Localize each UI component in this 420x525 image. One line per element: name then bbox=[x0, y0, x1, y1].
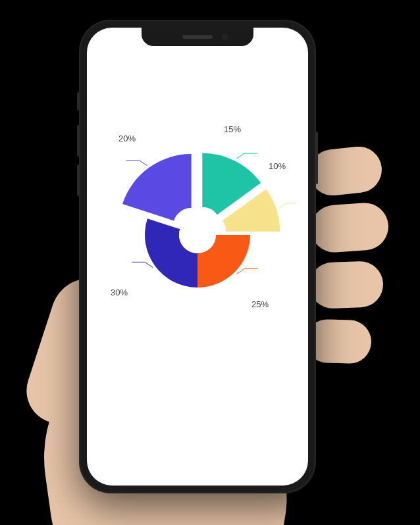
phone-frame: 15% 10% 25% 30% 20% bbox=[79, 20, 316, 493]
pie-slice-label: 15% bbox=[224, 124, 241, 134]
pie-donut-hole bbox=[179, 216, 216, 253]
pie-slice-label: 20% bbox=[118, 134, 136, 143]
phone-volume-up-button bbox=[77, 125, 80, 157]
pie-chart-svg bbox=[99, 130, 296, 327]
phone-notch bbox=[142, 28, 253, 46]
pie-slice bbox=[122, 154, 192, 220]
phone-silence-switch bbox=[77, 92, 80, 111]
pie-slice-label: 25% bbox=[251, 299, 269, 309]
phone-front-camera bbox=[222, 34, 228, 40]
pie-slice-label: 10% bbox=[269, 161, 286, 171]
pie-chart: 15% 10% 25% 30% 20% bbox=[99, 130, 296, 327]
phone-speaker bbox=[182, 35, 213, 39]
phone-volume-down-button bbox=[77, 164, 80, 196]
pie-slice-label: 30% bbox=[111, 288, 128, 297]
phone-power-button bbox=[315, 132, 318, 184]
phone-screen: 15% 10% 25% 30% 20% bbox=[87, 28, 308, 486]
